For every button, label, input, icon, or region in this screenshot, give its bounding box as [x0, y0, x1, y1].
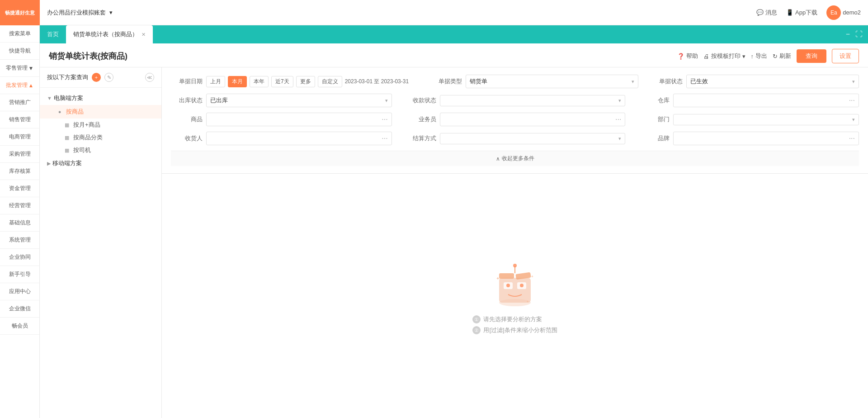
warehouse-input[interactable]: ···	[673, 94, 859, 107]
collapse-panel-button[interactable]: ≪	[145, 73, 154, 82]
page-title: 销货单统计表(按商品)	[49, 51, 127, 62]
sidebar-item-marketing[interactable]: 营销推广	[0, 94, 39, 111]
retail-arrow-icon: ▼	[28, 65, 34, 71]
svg-text:✦: ✦	[531, 275, 534, 279]
filter-row-1: 单据日期 上月 本月 本年 近7天 更多 自定义 2023-03-01 至 20…	[171, 75, 859, 88]
tab-home[interactable]: 首页	[40, 25, 66, 43]
doc-status-select[interactable]: 已生效 ▾	[686, 75, 859, 88]
empty-state: ✦ ✦ ✦ ① 请先选择要分析的方案 ② 用[过滤]条件来缩小分析范围	[472, 257, 557, 334]
date-btn-this-year[interactable]: 本年	[250, 76, 269, 87]
svg-rect-1	[499, 278, 531, 303]
sidebar-item-enterprise-coop[interactable]: 企业协同	[0, 249, 39, 266]
tree-item-by-product[interactable]: ● 按商品	[40, 105, 161, 119]
receiver-control[interactable]: ···	[206, 132, 392, 145]
left-panel: 按以下方案查询 + ✎ ≪ ▼ 电脑端方案 ● 按商品	[40, 67, 162, 418]
date-range-display: 2023-03-01 至 2023-03-31	[345, 78, 409, 86]
message-button[interactable]: 💬 消息	[756, 9, 777, 17]
receiver-dots[interactable]: ···	[382, 134, 387, 142]
product-control[interactable]: ···	[206, 113, 392, 126]
brand-label: 品牌	[638, 134, 670, 142]
tree-group-pc[interactable]: ▼ 电脑端方案	[40, 91, 161, 105]
date-btn-custom[interactable]: 自定义	[318, 76, 342, 87]
brand-control[interactable]: ···	[673, 132, 859, 145]
settlement-select[interactable]: ▾	[440, 133, 626, 144]
product-input[interactable]: ···	[206, 113, 392, 126]
date-btn-more[interactable]: 更多	[296, 76, 315, 87]
add-scheme-button[interactable]: +	[92, 73, 101, 82]
sidebar-item-wholesale[interactable]: 批发管理 ▲	[0, 77, 39, 94]
tree-item-by-product-category[interactable]: ▦ 按商品分类	[40, 131, 161, 144]
date-label: 单据日期	[171, 77, 203, 86]
payment-status-control[interactable]: ▾	[440, 95, 626, 106]
doc-status-control[interactable]: 已生效 ▾	[686, 75, 859, 88]
refresh-button[interactable]: ↻ 刷新	[773, 52, 791, 60]
sidebar-item-sales[interactable]: 销售管理	[0, 111, 39, 128]
sidebar-item-basics[interactable]: 基础信息	[0, 214, 39, 232]
sidebar-item-member[interactable]: 畅会员	[0, 318, 39, 335]
sidebar-item-operations[interactable]: 经营管理	[0, 197, 39, 214]
product-dots[interactable]: ···	[382, 115, 387, 124]
payment-status-select[interactable]: ▾	[440, 95, 626, 106]
doc-type-select[interactable]: 销货单 ▾	[466, 75, 638, 88]
breadcrumb-dropdown-icon[interactable]: ▾	[109, 9, 113, 16]
warehouse-label: 仓库	[638, 96, 670, 104]
print-icon: 🖨	[703, 53, 709, 60]
sidebar-item-finance[interactable]: 资金管理	[0, 180, 39, 197]
print-dropdown-icon[interactable]: ▾	[742, 53, 745, 60]
warehouse-dots[interactable]: ···	[849, 96, 855, 104]
user-profile[interactable]: Ea demo2	[826, 5, 861, 20]
collapse-filter-button[interactable]: ∧ 收起更多条件	[171, 151, 859, 166]
export-button[interactable]: ↑ 导出	[751, 52, 768, 60]
sidebar-item-retail[interactable]: 零售管理 ▼	[0, 60, 39, 77]
app-download-button[interactable]: 📱 App下载	[786, 9, 817, 17]
svg-text:✦: ✦	[496, 276, 500, 281]
help-icon: ❓	[677, 53, 684, 60]
sidebar-item-procurement[interactable]: 采购管理	[0, 146, 39, 163]
sidebar-item-new-guide[interactable]: 新手引导	[0, 266, 39, 283]
page-header-actions: ❓ 帮助 🖨 按模板打印 ▾ ↑ 导出 ↻ 刷新 查询 设置	[677, 49, 859, 63]
doc-type-control[interactable]: 销货单 ▾	[466, 75, 638, 88]
window-minimize-button[interactable]: −	[846, 30, 850, 38]
tab-sales-stats[interactable]: 销货单统计表（按商品） ✕	[66, 25, 153, 43]
salesperson-input[interactable]: ···	[440, 113, 626, 126]
receiver-input[interactable]: ···	[206, 132, 392, 145]
settlement-control[interactable]: ▾	[440, 133, 626, 144]
date-btn-last-month[interactable]: 上月	[206, 76, 225, 87]
help-button[interactable]: ❓ 帮助	[677, 52, 698, 60]
left-panel-title: 按以下方案查询	[47, 73, 88, 81]
brand-dots[interactable]: ···	[849, 134, 855, 142]
payment-status-dropdown-icon: ▾	[618, 98, 621, 104]
sidebar-item-search[interactable]: 搜索菜单	[0, 25, 39, 43]
sidebar-item-inventory[interactable]: 库存核算	[0, 163, 39, 180]
salesperson-dots[interactable]: ···	[615, 115, 621, 124]
stock-status-select[interactable]: 已出库 ▾	[206, 94, 392, 107]
tree-item-by-month-product[interactable]: ▦ 按月+商品	[40, 119, 161, 131]
department-control[interactable]: ▾	[673, 114, 859, 125]
department-select[interactable]: ▾	[673, 114, 859, 125]
salesperson-control[interactable]: ···	[440, 113, 626, 126]
filter-area: 单据日期 上月 本月 本年 近7天 更多 自定义 2023-03-01 至 20…	[162, 67, 868, 174]
window-maximize-button[interactable]: ⛶	[855, 30, 863, 38]
warehouse-control[interactable]: ···	[673, 94, 859, 107]
date-btn-this-month[interactable]: 本月	[228, 76, 247, 87]
left-panel-header: 按以下方案查询 + ✎ ≪	[40, 67, 161, 88]
template-print-button[interactable]: 🖨 按模板打印 ▾	[703, 52, 745, 60]
edit-scheme-button[interactable]: ✎	[104, 73, 113, 82]
sidebar-item-system[interactable]: 系统管理	[0, 232, 39, 249]
query-button[interactable]: 查询	[797, 49, 826, 63]
date-btn-last-7-days[interactable]: 近7天	[271, 76, 293, 87]
tree-group-mobile[interactable]: ▶ 移动端方案	[40, 157, 161, 170]
sidebar-item-app-center[interactable]: 应用中心	[0, 283, 39, 300]
settings-button[interactable]: 设置	[832, 49, 859, 63]
settlement-label: 结算方式	[405, 134, 436, 142]
brand-input[interactable]: ···	[673, 132, 859, 145]
doc-status-value: 已生效	[690, 77, 708, 86]
doc-type-dropdown-icon: ▾	[632, 79, 634, 85]
tab-close-icon[interactable]: ✕	[142, 32, 146, 38]
svg-point-5	[520, 284, 524, 287]
sidebar-item-ecommerce[interactable]: 电商管理	[0, 128, 39, 146]
sidebar-item-enterprise-wechat[interactable]: 企业微信	[0, 300, 39, 318]
tree-item-by-cashier[interactable]: ▦ 按司机	[40, 144, 161, 157]
sidebar-item-quick-nav[interactable]: 快捷导航	[0, 43, 39, 60]
stock-status-control[interactable]: 已出库 ▾	[206, 94, 392, 107]
